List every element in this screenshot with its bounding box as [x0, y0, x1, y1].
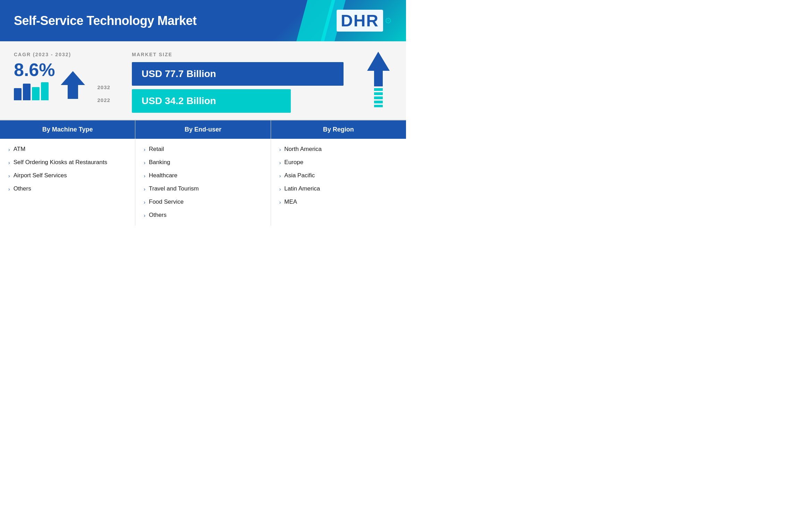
chevron-icon: ›: [279, 173, 281, 179]
end-user-item-3: Healthcare: [149, 172, 177, 179]
chart-bar-1: [14, 88, 22, 100]
chevron-icon: ›: [279, 160, 281, 166]
chart-bar-4: [41, 82, 49, 100]
list-item: › Europe: [279, 159, 398, 166]
machine-type-column: By Machine Type › ATM › Self Ordering Ki…: [0, 120, 135, 226]
page-header: Self-Service Technology Market DHR ⚙: [0, 0, 406, 41]
list-item: › Retail: [144, 146, 262, 153]
big-arrow-area: [364, 52, 392, 107]
cagr-block: CAGR (2023 - 2032) 8.6% 2032 20: [14, 52, 111, 103]
region-header: By Region: [271, 120, 406, 139]
machine-type-item-4: Others: [14, 185, 31, 192]
year-labels: 2032 2022: [98, 84, 110, 103]
chevron-icon: ›: [279, 200, 281, 205]
svg-rect-6: [374, 105, 383, 107]
svg-rect-3: [374, 92, 383, 95]
chart-bar-3: [32, 87, 40, 100]
year-2032-label: 2032: [98, 84, 110, 90]
chevron-icon: ›: [8, 147, 10, 152]
end-user-item-6: Others: [149, 212, 167, 219]
metrics-section: CAGR (2023 - 2032) 8.6% 2032 20: [0, 41, 406, 120]
cagr-chart-and-value: 8.6%: [14, 61, 55, 103]
region-item-1: North America: [284, 146, 322, 153]
year-2022-label: 2022: [98, 97, 110, 103]
end-user-item-5: Food Service: [149, 198, 184, 205]
cagr-value: 8.6%: [14, 61, 55, 79]
cagr-content: 8.6% 2032 2022: [14, 61, 110, 103]
list-item: › North America: [279, 146, 398, 153]
list-item: › Asia Pacific: [279, 172, 398, 179]
svg-rect-2: [374, 88, 383, 91]
list-item: › Others: [8, 185, 127, 192]
machine-type-item-1: ATM: [14, 146, 26, 153]
logo-gear-icon: ⚙: [384, 16, 392, 26]
chevron-icon: ›: [144, 186, 145, 192]
cagr-chart: [14, 82, 49, 100]
list-item: › MEA: [279, 198, 398, 205]
chevron-icon: ›: [144, 147, 145, 152]
list-item: › Airport Self Services: [8, 172, 127, 179]
growth-arrow-icon: [367, 52, 390, 107]
region-item-5: MEA: [284, 198, 297, 205]
chart-bar-2: [23, 84, 31, 100]
region-item-4: Latin America: [284, 185, 320, 192]
end-user-column: By End-user › Retail › Banking › Healthc…: [135, 120, 271, 226]
region-content: › North America › Europe › Asia Pacific …: [271, 139, 406, 212]
region-item-3: Asia Pacific: [284, 172, 315, 179]
list-item: › Self Ordering Kiosks at Restaurants: [8, 159, 127, 166]
market-size-2022-bar: USD 34.2 Billion: [132, 89, 291, 113]
list-item: › Banking: [144, 159, 262, 166]
cagr-trend-arrow: [61, 71, 85, 100]
logo-text: DHR: [337, 10, 383, 32]
list-item: › ATM: [8, 146, 127, 153]
svg-marker-0: [61, 71, 85, 99]
bottom-section: By Machine Type › ATM › Self Ordering Ki…: [0, 120, 406, 226]
region-column: By Region › North America › Europe › Asi…: [271, 120, 406, 226]
list-item: › Food Service: [144, 198, 262, 205]
end-user-item-4: Travel and Tourism: [149, 185, 199, 192]
end-user-content: › Retail › Banking › Healthcare › Travel…: [135, 139, 270, 226]
region-item-2: Europe: [284, 159, 303, 166]
svg-marker-1: [367, 52, 390, 86]
page-title: Self-Service Technology Market: [14, 14, 197, 28]
machine-type-item-2: Self Ordering Kiosks at Restaurants: [14, 159, 107, 166]
market-size-label: MARKET SIZE: [132, 52, 344, 57]
chevron-icon: ›: [144, 200, 145, 205]
svg-rect-5: [374, 101, 383, 103]
cagr-label: CAGR (2023 - 2032): [14, 52, 71, 57]
market-size-2032-bar: USD 77.7 Billion: [132, 62, 344, 86]
end-user-item-1: Retail: [149, 146, 164, 153]
machine-type-header: By Machine Type: [0, 120, 135, 139]
logo-area: DHR ⚙: [337, 10, 392, 32]
list-item: › Others: [144, 212, 262, 219]
end-user-header: By End-user: [135, 120, 270, 139]
chevron-icon: ›: [8, 160, 10, 166]
machine-type-item-3: Airport Self Services: [14, 172, 67, 179]
list-item: › Travel and Tourism: [144, 185, 262, 192]
chevron-icon: ›: [144, 160, 145, 166]
chevron-icon: ›: [144, 173, 145, 179]
end-user-item-2: Banking: [149, 159, 170, 166]
list-item: › Healthcare: [144, 172, 262, 179]
machine-type-content: › ATM › Self Ordering Kiosks at Restaura…: [0, 139, 135, 199]
market-size-block: MARKET SIZE USD 77.7 Billion USD 34.2 Bi…: [132, 52, 344, 113]
chevron-icon: ›: [8, 173, 10, 179]
chevron-icon: ›: [8, 186, 10, 192]
list-item: › Latin America: [279, 185, 398, 192]
svg-rect-4: [374, 96, 383, 99]
chevron-icon: ›: [279, 186, 281, 192]
chevron-icon: ›: [144, 213, 145, 218]
chevron-icon: ›: [279, 147, 281, 152]
